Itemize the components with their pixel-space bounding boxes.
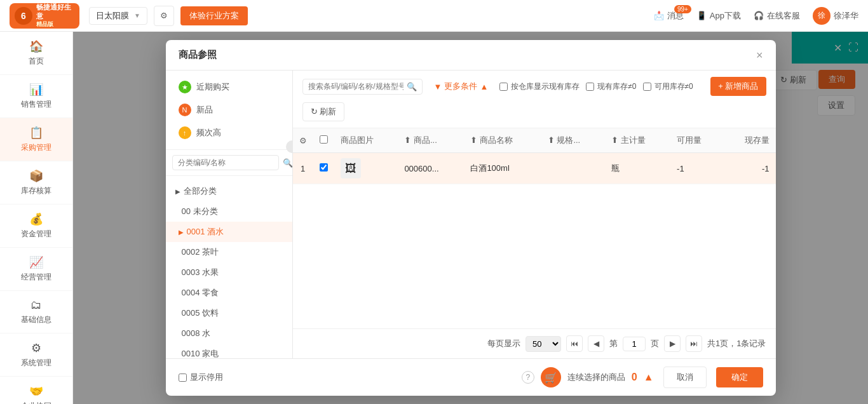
row-checkbox[interactable] xyxy=(313,153,334,184)
confirm-button[interactable]: 确定 xyxy=(716,367,763,387)
disabled-checkbox-input[interactable] xyxy=(179,374,187,382)
settings-button[interactable]: ⚙ xyxy=(154,6,174,26)
available-checkbox-input[interactable] xyxy=(643,83,651,91)
quick-frequent[interactable]: ↑ 频次高 xyxy=(172,123,286,143)
modal-body: ★ 近期购买 N 新品 ↑ 频次高 《 xyxy=(166,71,776,358)
sidebar-item-collab[interactable]: 🤝 企业协同 xyxy=(0,377,72,404)
quick-recent-label: 近期购买 xyxy=(196,81,229,93)
add-product-button[interactable]: + 新增商品 xyxy=(710,77,766,96)
trial-button[interactable]: 体验行业方案 xyxy=(180,6,248,25)
category-drink[interactable]: 0005 饮料 xyxy=(166,303,292,323)
store-selector[interactable]: 日太阳膜 ▼ xyxy=(89,7,147,25)
quick-recent[interactable]: ★ 近期购买 xyxy=(172,77,286,97)
sidebar-label-collab: 企业协同 xyxy=(21,401,51,404)
app-label: App下载 xyxy=(710,10,741,22)
cart-area: ? 🛒 连续选择的商品 0 ▲ xyxy=(522,367,654,387)
operation-icon: 📈 xyxy=(29,255,43,269)
quick-new[interactable]: N 新品 xyxy=(172,100,286,120)
service-button[interactable]: 🎧 在线客服 xyxy=(754,10,800,22)
select-all-checkbox[interactable] xyxy=(320,135,328,144)
product-search-input[interactable] xyxy=(308,82,403,91)
category-snack[interactable]: 0004 零食 xyxy=(166,283,292,303)
modal-overlay: 商品参照 × ★ 近期购买 N 新品 xyxy=(73,32,868,404)
th-select-all[interactable] xyxy=(313,128,334,153)
purchase-icon: 📋 xyxy=(29,126,43,140)
selector-arrow-icon: ▼ xyxy=(134,12,140,19)
sidebar-item-finance[interactable]: 💰 资金管理 xyxy=(0,205,72,248)
sidebar-label-purchase: 采购管理 xyxy=(21,142,51,153)
product-search-icon[interactable]: 🔍 xyxy=(407,82,417,91)
category-fruit-label: 0003 水果 xyxy=(182,267,219,278)
sidebar-item-inventory[interactable]: 📦 库存核算 xyxy=(0,161,72,205)
more-filter-button[interactable]: ▼ 更多条件 ▲ xyxy=(429,78,494,95)
last-page-button[interactable]: ⏭ xyxy=(686,335,702,352)
category-liquor[interactable]: ▶ 0001 酒水 xyxy=(166,222,292,242)
category-snack-label: 0004 零食 xyxy=(182,287,219,299)
app-icon: 📱 xyxy=(696,11,707,20)
category-tea-label: 0002 茶叶 xyxy=(182,246,219,258)
sidebar-item-home[interactable]: 🏠 首页 xyxy=(0,32,72,75)
page-number-input[interactable] xyxy=(623,337,646,351)
warehouse-label: 按仓库显示现有库存 xyxy=(511,81,580,92)
row-select-checkbox[interactable] xyxy=(320,163,328,172)
th-unit: ⬆ 主计量 xyxy=(605,128,670,153)
main-layout: 🏠 首页 📊 销售管理 📋 采购管理 📦 库存核算 💰 资金管理 📈 经营管理 … xyxy=(0,32,868,404)
warehouse-checkbox-input[interactable] xyxy=(499,83,508,91)
category-search-input[interactable] xyxy=(172,155,279,170)
available-nonzero-checkbox[interactable]: 可用库存≠0 xyxy=(643,81,693,92)
collapse-cart-button[interactable]: ▲ xyxy=(644,372,654,383)
product-thumbnail: 🖼 xyxy=(341,158,361,178)
avatar: 徐 xyxy=(813,7,831,25)
product-search-wrap: 🔍 xyxy=(302,79,423,95)
row-number: 1 xyxy=(293,153,313,184)
liquor-arrow-icon: ▶ xyxy=(179,229,184,236)
table-row[interactable]: 1 🖼 000600... 白酒100ml xyxy=(293,153,776,184)
app-download-button[interactable]: 📱 App下载 xyxy=(696,10,741,22)
message-badge: 99+ xyxy=(674,5,691,13)
product-unit-cell: 瓶 xyxy=(605,153,670,184)
category-tea[interactable]: 0002 茶叶 xyxy=(166,242,292,262)
first-page-button[interactable]: ⏮ xyxy=(566,335,583,352)
warehouse-display-checkbox[interactable]: 按仓库显示现有库存 xyxy=(499,81,580,92)
basic-icon: 🗂 xyxy=(31,299,42,312)
refresh-button[interactable]: ↻ 刷新 xyxy=(302,102,345,121)
stock-nonzero-checkbox[interactable]: 现有库存≠0 xyxy=(586,81,636,92)
sales-icon: 📊 xyxy=(29,83,43,97)
stock-label: 现有库存≠0 xyxy=(597,81,636,92)
user-profile[interactable]: 徐 徐泽华 xyxy=(813,7,858,25)
category-fruit[interactable]: 0003 水果 xyxy=(166,262,292,283)
sidebar-item-basic[interactable]: 🗂 基础信息 xyxy=(0,291,72,333)
help-icon[interactable]: ? xyxy=(522,371,534,384)
cart-icon: 🛒 xyxy=(541,367,561,387)
modal-right-panel: 🔍 ▼ 更多条件 ▲ 按仓库显示现有库存 xyxy=(293,71,776,358)
cart-label: 连续选择的商品 xyxy=(567,372,625,383)
prev-page-button[interactable]: ◀ xyxy=(588,335,604,352)
show-disabled-checkbox[interactable]: 显示停用 xyxy=(179,372,223,383)
th-code: ⬆ 商品... xyxy=(398,128,464,153)
stock-checkbox-input[interactable] xyxy=(586,83,594,91)
page-word: 第 xyxy=(609,338,618,349)
next-page-button[interactable]: ▶ xyxy=(664,335,681,352)
sidebar-item-purchase[interactable]: 📋 采购管理 xyxy=(0,118,72,161)
page-size-select[interactable]: 20 50 100 xyxy=(526,336,561,352)
brand-name: 畅捷通好生意 xyxy=(36,3,74,21)
category-water[interactable]: 0008 水 xyxy=(166,323,292,344)
category-appliance[interactable]: 0010 家电 xyxy=(166,344,292,358)
filter-icon: ▼ xyxy=(434,82,442,91)
th-settings[interactable]: ⚙ xyxy=(293,128,313,153)
cart-count: 0 xyxy=(632,372,637,383)
category-all[interactable]: ▶ 全部分类 xyxy=(166,181,292,201)
sidebar-item-operation[interactable]: 📈 经营管理 xyxy=(0,248,72,291)
modal-close-button[interactable]: × xyxy=(756,50,763,61)
sidebar-item-sales[interactable]: 📊 销售管理 xyxy=(0,75,72,118)
sidebar-label-operation: 经营管理 xyxy=(21,272,51,283)
new-icon: N xyxy=(179,104,191,116)
messages-button[interactable]: 📩 消息 99+ xyxy=(654,10,684,22)
table-header-row: ⚙ 商品图片 ⬆ 商品... ⬆ 商品名称 xyxy=(293,128,776,153)
category-search-icon[interactable]: 🔍 xyxy=(283,158,293,168)
filter-arrow-icon: ▲ xyxy=(480,82,488,91)
cancel-button[interactable]: 取消 xyxy=(663,367,707,388)
category-uncategorized[interactable]: 00 未分类 xyxy=(166,201,292,222)
sidebar-item-system[interactable]: ⚙ 系统管理 xyxy=(0,333,72,377)
brand-logo[interactable]: 6 畅捷通好生意 精品版 xyxy=(10,3,79,29)
